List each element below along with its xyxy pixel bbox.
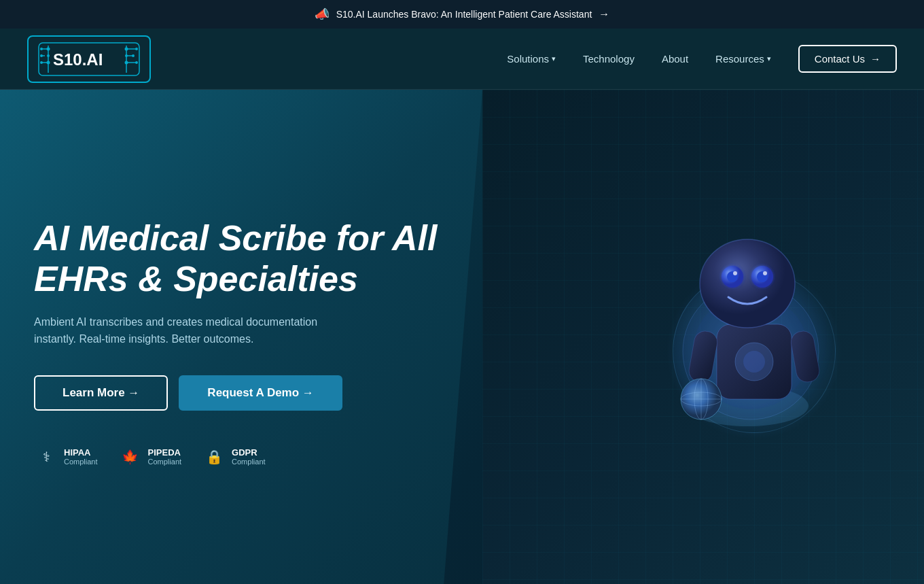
contact-arrow-icon: →	[870, 53, 881, 65]
hero-visual-right	[482, 90, 924, 584]
robot-svg	[652, 195, 842, 440]
logo-svg: S10.AI	[38, 42, 140, 76]
header: S10.AI Solutions ▾ Technology	[0, 29, 924, 90]
nav-technology[interactable]: Technology	[583, 53, 635, 65]
compliance-badges: ⚕ HIPAA Compliant 🍁 PIPEDA Compliant 🔒 G…	[34, 445, 455, 469]
hero-title: AI Medical Scribe for All EHRs & Special…	[34, 218, 455, 300]
svg-point-20	[125, 61, 128, 64]
hipaa-name: HIPAA	[64, 447, 98, 458]
nav-solutions[interactable]: Solutions ▾	[507, 53, 556, 65]
hero-subtitle: Ambient AI transcribes and creates medic…	[34, 313, 360, 348]
pipeda-badge: 🍁 PIPEDA Compliant	[118, 445, 182, 469]
hipaa-badge: ⚕ HIPAA Compliant	[34, 445, 98, 469]
gdpr-icon: 🔒	[202, 445, 226, 469]
svg-point-7	[47, 47, 50, 50]
svg-point-16	[132, 54, 135, 57]
contact-us-button[interactable]: Contact Us →	[798, 45, 897, 73]
logo-box: S10.AI	[27, 35, 151, 83]
hipaa-icon: ⚕	[34, 445, 58, 469]
nav-about[interactable]: About	[662, 53, 688, 65]
hero-content-left: AI Medical Scribe for All EHRs & Special…	[0, 90, 482, 584]
svg-point-19	[125, 54, 128, 57]
hipaa-label: Compliant	[64, 458, 98, 466]
solutions-chevron-icon: ▾	[552, 54, 556, 63]
svg-point-8	[47, 54, 50, 57]
svg-point-17	[135, 61, 138, 64]
svg-point-4	[40, 48, 43, 50]
pipeda-name: PIPEDA	[148, 447, 182, 458]
pipeda-label: Compliant	[148, 458, 182, 466]
hero-section: AI Medical Scribe for All EHRs & Special…	[0, 90, 924, 584]
logo[interactable]: S10.AI	[27, 35, 151, 83]
main-nav: Solutions ▾ Technology About Resources ▾…	[507, 45, 897, 73]
gdpr-label: Compliant	[232, 458, 266, 466]
learn-more-button[interactable]: Learn More →	[34, 375, 168, 411]
svg-point-29	[700, 239, 795, 328]
announcement-icon: 📣	[315, 7, 330, 22]
hero-buttons: Learn More → Request A Demo →	[34, 375, 455, 411]
svg-point-18	[125, 47, 128, 50]
announcement-arrow: →	[599, 8, 609, 20]
announcement-bar: 📣 S10.AI Launches Bravo: An Intelligent …	[0, 0, 924, 29]
robot-illustration	[652, 195, 856, 453]
nav-resources[interactable]: Resources ▾	[715, 53, 771, 65]
svg-point-15	[135, 48, 138, 50]
pipeda-icon: 🍁	[118, 445, 143, 469]
svg-point-9	[47, 61, 50, 64]
svg-point-6	[40, 61, 43, 64]
svg-point-35	[763, 271, 767, 275]
resources-chevron-icon: ▾	[767, 54, 771, 63]
gdpr-badge: 🔒 GDPR Compliant	[202, 445, 266, 469]
svg-point-34	[733, 271, 737, 275]
announcement-text[interactable]: S10.AI Launches Bravo: An Intelligent Pa…	[336, 9, 592, 20]
svg-point-5	[40, 54, 43, 57]
svg-point-37	[743, 351, 765, 373]
gdpr-name: GDPR	[232, 447, 266, 458]
request-demo-button[interactable]: Request A Demo →	[179, 375, 342, 411]
svg-text:S10.AI: S10.AI	[53, 50, 103, 69]
